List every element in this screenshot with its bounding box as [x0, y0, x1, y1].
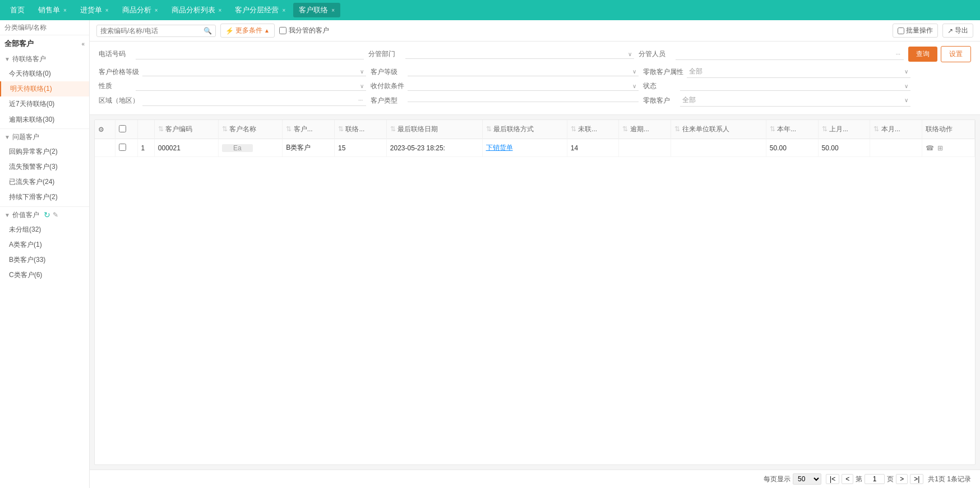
batch-checkbox[interactable] [898, 27, 904, 34]
status-select[interactable]: ∨ [680, 82, 910, 91]
sidebar-item-tomorrow-pending[interactable]: 明天待联络(1) [0, 81, 89, 96]
first-page-button[interactable]: |< [826, 474, 839, 484]
next-page-button[interactable]: > [896, 474, 908, 484]
sort-icon: ⇅ [286, 125, 292, 133]
last-page-button[interactable]: >| [910, 474, 923, 484]
sidebar-item-overdue-pending[interactable]: 逾期未联络(30) [0, 112, 89, 127]
unit-contact-column-header[interactable]: ⇅ 往来单位联系人 [671, 120, 766, 139]
close-icon[interactable]: × [282, 7, 285, 13]
region-select[interactable]: ··· [142, 95, 366, 106]
prev-page-button[interactable]: < [842, 474, 853, 484]
filter-actions: 查询 设置 [908, 46, 971, 62]
price-level-select[interactable]: ∨ [142, 67, 366, 76]
value-group-label[interactable]: ▼ 价值客户 ↻ ✎ [0, 208, 89, 222]
customer-level-select[interactable]: ∨ [408, 67, 638, 76]
gender-select[interactable]: ∨ [136, 82, 366, 91]
sidebar-item-class-a[interactable]: A类客户(1) [0, 237, 89, 252]
sidebar-search-input[interactable] [4, 24, 89, 31]
last-date-column-header[interactable]: ⇅ 最后联络日期 [386, 120, 482, 139]
my-customers-checkbox[interactable] [279, 27, 286, 34]
sidebar-item-today-pending[interactable]: 今天待联络(0) [0, 66, 89, 81]
more-icon[interactable]: ··· [357, 96, 364, 104]
sidebar-item-declining[interactable]: 持续下滑客户(2) [0, 190, 89, 205]
close-icon[interactable]: × [155, 7, 158, 13]
page-size-control: 每页显示 20 50 100 200 [764, 473, 821, 485]
filter-payment: 收付款条件 ∨ [371, 81, 638, 91]
contact-icon[interactable]: ☎ [926, 144, 934, 152]
chevron-down-icon: ∨ [904, 97, 908, 103]
row-last-method-cell[interactable]: 下销货单 [482, 139, 567, 157]
close-icon[interactable]: × [105, 7, 109, 13]
uncontacted-column-header[interactable]: ⇅ 未联... [567, 120, 619, 139]
settings-button[interactable]: 设置 [941, 46, 971, 62]
checkbox-column-header[interactable] [115, 120, 137, 139]
last-month-column-header[interactable]: ⇅ 上月... [818, 120, 870, 139]
problem-group-label[interactable]: ▼ 问题客户 [0, 130, 89, 144]
sidebar-item-class-b[interactable]: B类客户(33) [0, 252, 89, 268]
nav-customer-contact[interactable]: 客户联络 × [293, 3, 340, 17]
sidebar-divider [0, 128, 89, 129]
page-label: 第 [856, 475, 862, 484]
contacts-column-header[interactable]: ⇅ 联络... [335, 120, 387, 139]
type-column-header[interactable]: ⇅ 客户... [283, 120, 335, 139]
last-method-link[interactable]: 下销货单 [486, 144, 513, 151]
sidebar-item-churned[interactable]: 已流失客户(24) [0, 174, 89, 190]
nav-purchase-order[interactable]: 进货单 × [75, 3, 114, 17]
pending-group-label[interactable]: ▼ 待联络客户 [0, 52, 89, 66]
filter-row-4: 区域（地区） ··· 客户类型 零散客户 全部 ∨ [99, 94, 971, 107]
this-month-column-header[interactable]: ⇅ 本月... [870, 120, 922, 139]
payment-select[interactable]: ∨ [408, 82, 638, 91]
settings-column-header[interactable]: ⚙ [95, 120, 115, 139]
chevron-down-icon: ∨ [360, 83, 364, 89]
nav-sales-order[interactable]: 销售单 × [33, 3, 72, 17]
batch-operations-button[interactable]: 批量操作 [893, 24, 938, 38]
more-filter-button[interactable]: ⚡ 更多条件 ▲ [220, 24, 275, 38]
sidebar-item-class-c[interactable]: C类客户(6) [0, 268, 89, 283]
nav-customer-tier[interactable]: 客户分层经营 × [229, 3, 291, 17]
retail-attr-select[interactable]: 全部 ∨ [687, 66, 910, 78]
filter-row-1: 电话号码 分管部门 ∨ 分管人员 ··· [99, 46, 971, 62]
select-all-checkbox[interactable] [119, 125, 126, 132]
dept-select[interactable]: ∨ [405, 50, 634, 59]
customer-type-select[interactable] [408, 99, 638, 102]
filter-region: 区域（地区） ··· [99, 95, 366, 106]
more-icon[interactable]: ··· [895, 50, 902, 58]
row-checkbox[interactable] [119, 144, 126, 151]
nav-product-analysis[interactable]: 商品分析 × [117, 3, 164, 17]
name-column-header[interactable]: ⇅ 客户名称 [219, 120, 283, 139]
my-customers-checkbox-label[interactable]: 我分管的客户 [279, 26, 329, 35]
filter-icon: ⚡ [225, 27, 234, 35]
overdue-column-header[interactable]: ⇅ 逾期... [619, 120, 671, 139]
page-size-select[interactable]: 20 50 100 200 [793, 473, 821, 485]
all-customers-header[interactable]: 全部客户 « [0, 35, 89, 52]
sidebar-item-repurchase-abnormal[interactable]: 回购异常客户(2) [0, 144, 89, 159]
table-row: 1 000021 Ea B类客户 15 2023-05-23 18:25: 下销… [95, 139, 975, 157]
refresh-icon[interactable]: ↻ [44, 210, 50, 219]
page-number-input[interactable]: 1 [865, 474, 885, 484]
retail-customer-select[interactable]: 全部 ∨ [680, 94, 910, 107]
manager-select[interactable]: ··· [676, 49, 904, 60]
code-column-header[interactable]: ⇅ 客户编码 [154, 120, 218, 139]
more-action-icon[interactable]: ⊞ [937, 144, 943, 152]
nav-home[interactable]: 首页 [4, 3, 30, 17]
close-icon[interactable]: × [63, 7, 67, 13]
sidebar-item-churn-warning[interactable]: 流失预警客户(3) [0, 159, 89, 174]
export-button[interactable]: ↗ 导出 [942, 24, 973, 38]
row-overdue-cell [619, 139, 671, 157]
this-year-column-header[interactable]: ⇅ 本年... [766, 120, 818, 139]
nav-product-analysis-list[interactable]: 商品分析列表 × [166, 3, 228, 17]
search-input[interactable] [100, 27, 201, 35]
main-layout: 🔍 全部客户 « ▼ 待联络客户 今天待联络(0) 明天待联络(1) 近7天待联… [0, 20, 980, 488]
footer: 每页显示 20 50 100 200 |< < 第 1 页 > >| 共1页 1… [90, 469, 980, 488]
sidebar-item-ungrouped[interactable]: 未分组(32) [0, 222, 89, 237]
close-icon[interactable]: × [219, 7, 222, 13]
close-icon[interactable]: × [331, 7, 335, 13]
sort-icon: ⇅ [873, 125, 879, 133]
sidebar-item-7day-pending[interactable]: 近7天待联络(0) [0, 96, 89, 112]
search-icon[interactable]: 🔍 [204, 27, 212, 35]
edit-icon[interactable]: ✎ [53, 211, 58, 219]
last-method-column-header[interactable]: ⇅ 最后联络方式 [482, 120, 567, 139]
query-button[interactable]: 查询 [908, 47, 937, 62]
phone-input[interactable] [136, 49, 364, 59]
row-checkbox-cell[interactable] [115, 139, 137, 157]
